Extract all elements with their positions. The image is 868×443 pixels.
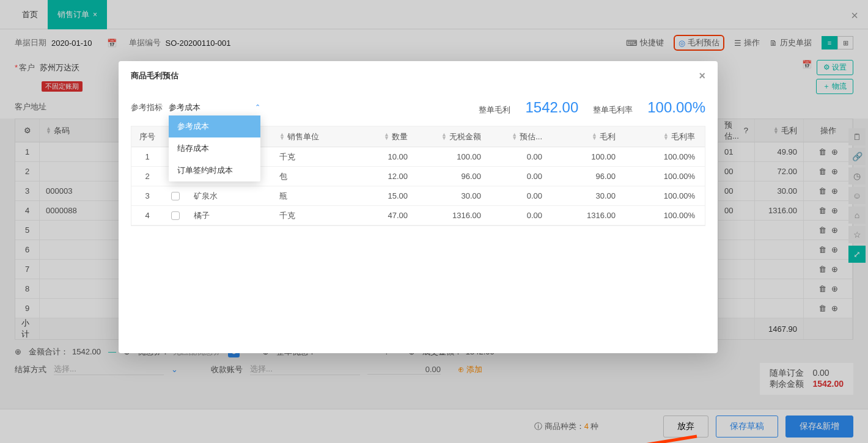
dropdown-option[interactable]: 参考成本: [169, 115, 260, 137]
col-unit[interactable]: ▲▼销售单位: [273, 126, 347, 147]
chevron-up-icon: ⌃: [255, 103, 260, 111]
ref-label: 参考指标: [131, 102, 163, 113]
col-profit[interactable]: ▲▼毛利: [548, 126, 622, 147]
table-row[interactable]: 4橘子千克47.001316.000.001316.00100.00%: [131, 206, 705, 225]
col-est[interactable]: ▲▼预估...: [487, 126, 548, 147]
col-rate[interactable]: ▲▼毛利率: [622, 126, 701, 147]
table-row[interactable]: 3矿泉水瓶15.0030.000.0030.00100.00%: [131, 186, 705, 206]
modal-controls: 参考指标 参考成本 ⌃ 参考成本 结存成本 订单签约时成本 整单毛利 1542.…: [119, 90, 718, 122]
checkbox[interactable]: [171, 211, 180, 220]
modal-title: 商品毛利预估: [131, 70, 178, 81]
dropdown-option[interactable]: 结存成本: [169, 137, 260, 159]
col-amount[interactable]: ▲▼无税金额: [414, 126, 487, 147]
dropdown-menu: 参考成本 结存成本 订单签约时成本: [169, 115, 260, 181]
stat-label: 整单毛利: [479, 104, 510, 115]
col-qty[interactable]: ▲▼数量: [347, 126, 414, 147]
col-seq: 序号: [131, 126, 163, 147]
ref-value: 参考成本: [169, 102, 200, 113]
stat-value: 100.00%: [647, 99, 705, 116]
dropdown-option[interactable]: 订单签约时成本: [169, 159, 260, 181]
modal-header: 商品毛利预估 ×: [119, 61, 718, 90]
ref-dropdown[interactable]: 参考成本 ⌃ 参考成本 结存成本 订单签约时成本: [169, 100, 260, 116]
stat-value: 1542.00: [525, 99, 578, 116]
modal-stats: 整单毛利 1542.00 整单毛利率 100.00%: [479, 99, 705, 116]
close-icon[interactable]: ×: [699, 70, 705, 82]
checkbox[interactable]: [171, 192, 180, 200]
stat-label: 整单毛利率: [593, 104, 633, 115]
profit-modal: 商品毛利预估 × 参考指标 参考成本 ⌃ 参考成本 结存成本 订单签约时成本 整…: [119, 61, 718, 353]
